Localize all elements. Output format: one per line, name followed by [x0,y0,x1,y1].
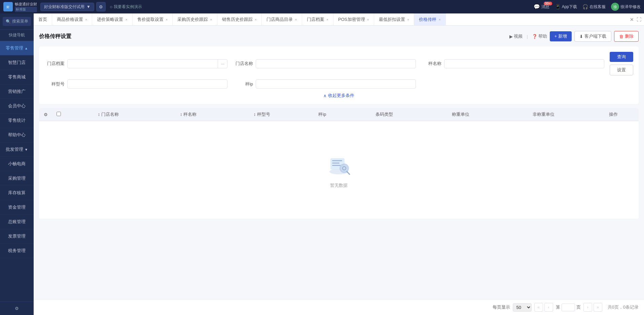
tab-min-discount[interactable]: 最低折扣设置 × [374,13,414,25]
selector-button[interactable]: 好业财标准版交付试用 ▼ [40,3,94,11]
tab-price-scale[interactable]: 价格传秤 × [414,13,445,25]
page-title: 价格传秤设置 [39,33,71,40]
sidebar-item-smart-store[interactable]: 智慧门店 [0,56,34,70]
topbar-settings-button[interactable]: ⚙ [96,2,106,11]
svg-rect-6 [332,165,341,166]
first-page-button[interactable]: « [534,303,543,312]
sidebar-item-member[interactable]: 会员中心 [0,99,34,113]
collapse-button[interactable]: ∧ 收起更多条件 [323,93,354,99]
th-weight-unit: 称重单位 [422,108,499,121]
tab-sale-history[interactable]: 销售历史价跟踪 × [217,13,262,25]
tab-store-file[interactable]: 门店档案 × [302,13,333,25]
video-link[interactable]: ▶ 视频 [509,33,523,39]
sidebar-item-purchase-mgmt[interactable]: 采购管理 [0,171,34,186]
tab-expand-icon[interactable]: ⛶ [637,17,641,22]
messages-button[interactable]: 💬 消息 99+ [534,4,549,10]
tab-pos-mgmt[interactable]: POS加密管理 × [333,13,374,25]
th-operation: 操作 [588,108,639,121]
empty-icon [325,151,352,178]
total-info: 共0页，0条记录 [608,304,639,310]
quick-nav-button[interactable]: 快捷导航 [0,30,34,41]
app-download-button[interactable]: 📱 App下载 [555,4,577,10]
sidebar-item-retail-stats[interactable]: 零售统计 [0,113,34,128]
tab-close-purchase-history[interactable]: × [210,18,212,22]
sidebar-item-fund-mgmt[interactable]: 资金管理 [0,200,34,215]
sidebar-item-marketing[interactable]: 营销推广 [0,84,34,99]
page-number-input[interactable]: 1 [562,304,575,311]
scale-ip-input[interactable] [256,79,416,89]
tab-home[interactable]: 首页 [34,13,52,25]
tab-close-window-icon[interactable]: ✕ [630,17,634,22]
delete-button[interactable]: 🗑 删除 [614,31,639,42]
filter-scale-ip: 秤ip [233,79,416,89]
empty-text: 暂无数据 [330,182,348,188]
sidebar-item-invoice-mgmt[interactable]: 发票管理 [0,229,34,244]
th-settings: ⚙ [39,108,52,121]
th-barcode-type: 条码类型 [346,108,422,121]
next-page-button[interactable]: › [583,303,592,312]
store-name-label: 门店名称 [233,61,253,67]
scale-ip-label: 秤ip [233,81,253,87]
tab-purchase-history[interactable]: 采购历史价跟踪 × [173,13,217,25]
svg-rect-5 [332,163,339,164]
scale-model-input[interactable] [67,79,227,89]
search-menu-button[interactable]: 🔍 搜索菜单 [3,17,31,26]
tab-close-sale-history[interactable]: × [255,18,257,22]
store-file-input[interactable] [68,60,218,68]
settings-filter-button[interactable]: 设置 [610,65,633,75]
tab-close-price-setting[interactable]: × [85,18,87,22]
prev-page-button[interactable]: ‹ [544,303,553,312]
query-button[interactable]: 查询 [610,52,633,62]
select-all-checkbox[interactable] [57,112,61,116]
tab-price-setting[interactable]: 商品价格设置 × [52,13,92,25]
page-actions: ▶ 视频 | ❓ 帮助 + 新增 ⬇ 客户端下载 [509,31,639,42]
page-nav: « ‹ [534,303,553,312]
sidebar-item-xiaochange[interactable]: 小畅电商 [0,157,34,171]
sidebar-item-wholesale-mgmt[interactable]: 批发管理 ▼ [0,142,34,157]
scale-name-input[interactable] [444,59,604,68]
online-service-button[interactable]: 🎧 在线客服 [582,4,606,10]
tab-close-price-scale[interactable]: × [438,18,440,22]
scale-name-label: 秤名称 [421,61,441,67]
sidebar-item-tax-mgmt[interactable]: 税务管理 [0,244,34,258]
filter-store-file: 门店档案 ··· [44,59,227,68]
sidebar-item-general-ledger[interactable]: 总账管理 [0,215,34,229]
sidebar-settings-button[interactable]: ⚙ [0,302,34,315]
empty-state-cell: 暂无数据 [39,121,639,219]
tab-close-purchase-strategy[interactable]: × [125,18,127,22]
page-header: 价格传秤设置 ▶ 视频 | ❓ 帮助 + 新增 ⬇ [39,31,639,42]
tab-purchase-strategy[interactable]: 进价策略设置 × [92,13,132,25]
demo-link[interactable]: ○ 我要看实例演示 [110,4,142,10]
user-area[interactable]: 徐 徐泽华修改 [611,3,641,11]
page-nav-right: › » [583,303,602,312]
sidebar-item-inventory[interactable]: 库存核算 [0,186,34,200]
store-file-dots-button[interactable]: ··· [218,60,227,68]
logo-area: 财 畅捷通好业财 标准版 [3,2,37,12]
tab-close-sale-extract[interactable]: × [166,18,168,22]
sidebar-item-retail-mgmt[interactable]: 零售管理 ▲ [0,41,34,56]
store-name-input[interactable] [256,59,416,68]
tab-close-store-catalog[interactable]: × [295,18,297,22]
sidebar-item-retail-mall[interactable]: 零售商城 [0,70,34,84]
scale-model-label: 秤型号 [44,81,65,87]
svg-rect-4 [332,160,342,161]
main-layout: 🔍 搜索菜单 快捷导航 零售管理 ▲ 智慧门店 零售商城 营销推广 会员中心 零… [0,13,644,315]
sidebar-item-help-center[interactable]: 帮助中心 [0,128,34,142]
last-page-button[interactable]: » [594,303,602,312]
help-link[interactable]: ❓ 帮助 [532,33,547,39]
tab-close-pos-mgmt[interactable]: × [367,18,369,22]
empty-state: 暂无数据 [43,125,635,215]
query-buttons: 查询 设置 [610,52,633,75]
page-input-group: 算 1 页 [556,304,581,311]
tab-close-min-discount[interactable]: × [407,18,409,22]
tab-store-catalog[interactable]: 门店商品目录 × [262,13,302,25]
th-store-name: ↕ 门店名称 [65,108,151,121]
filter-scale-model: 秤型号 [44,79,227,89]
store-file-label: 门店档案 [44,61,65,67]
download-button[interactable]: ⬇ 客户端下载 [574,31,611,42]
add-button[interactable]: + 新增 [550,31,572,41]
tab-sale-extract[interactable]: 售价提取设置 × [133,13,173,25]
tab-close-store-file[interactable]: × [326,18,328,22]
sidebar: 🔍 搜索菜单 快捷导航 零售管理 ▲ 智慧门店 零售商城 营销推广 会员中心 零… [0,13,34,315]
per-page-select[interactable]: 10 20 50 100 [513,303,532,312]
